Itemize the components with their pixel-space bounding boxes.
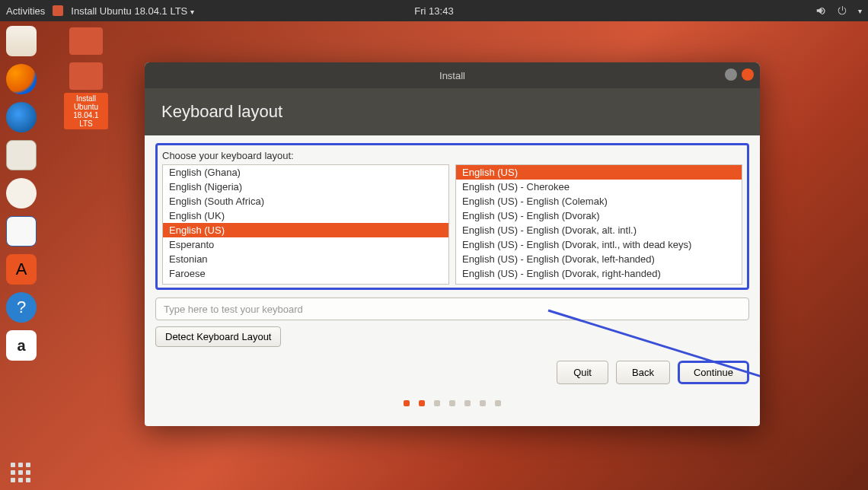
installer-disk-icon xyxy=(69,62,103,90)
power-icon[interactable] xyxy=(837,5,847,16)
system-menu-chevron-icon[interactable]: ▾ xyxy=(858,7,862,15)
installer-window: Install Keyboard layout Choose your keyb… xyxy=(145,62,760,426)
volume-icon[interactable] xyxy=(815,5,826,16)
close-icon[interactable] xyxy=(742,68,754,81)
list-item[interactable]: English (US) xyxy=(163,223,448,237)
choose-label: Choose your keyboard layout: xyxy=(162,150,742,161)
dot xyxy=(434,400,440,406)
layout-language-list[interactable]: English (Ghana)English (Nigeria)English … xyxy=(162,164,449,285)
list-item[interactable]: English (US) - English (Dvorak) xyxy=(456,208,742,223)
list-item[interactable]: Estonian xyxy=(163,252,448,266)
minimize-icon[interactable] xyxy=(725,68,737,81)
activities-button[interactable]: Activities xyxy=(6,5,45,17)
list-item[interactable]: English (US) - English (Dvorak, intl., w… xyxy=(456,237,742,252)
layout-variant-list[interactable]: English (US)English (US) - CherokeeEngli… xyxy=(455,164,742,285)
dock-software-icon[interactable]: A xyxy=(6,254,37,285)
desktop-icon-install[interactable]: Install Ubuntu 18.04.1 LTS xyxy=(64,62,108,129)
dot xyxy=(495,400,501,406)
test-keyboard-input[interactable] xyxy=(155,298,749,320)
list-item[interactable]: English (Nigeria) xyxy=(163,180,448,194)
dot xyxy=(419,400,425,406)
quit-button[interactable]: Quit xyxy=(557,361,608,384)
dot xyxy=(464,400,471,406)
back-button[interactable]: Back xyxy=(616,361,670,384)
app-menu-button[interactable]: Install Ubuntu 18.04.1 LTS ▾ xyxy=(71,5,194,17)
progress-dots xyxy=(155,387,749,415)
window-titlebar[interactable]: Install xyxy=(145,62,760,88)
list-item[interactable]: English (US) - English (Dvorak, left-han… xyxy=(456,252,742,266)
dock-rhythmbox-icon[interactable] xyxy=(6,178,37,208)
dock-amazon-icon[interactable]: a xyxy=(6,330,37,361)
list-item[interactable]: Filipino xyxy=(163,281,448,285)
list-item[interactable]: English (US) xyxy=(456,165,742,180)
dock-thunderbird-icon[interactable] xyxy=(6,102,37,132)
dock-files-icon[interactable] xyxy=(6,26,37,56)
dock-writer-icon[interactable] xyxy=(6,216,37,247)
dock-help-icon[interactable]: ? xyxy=(6,292,37,323)
window-title: Install xyxy=(439,70,465,81)
list-item[interactable]: English (US) - Cherokee xyxy=(456,180,742,194)
list-item[interactable]: English (US) - English (Dvorak, alt. int… xyxy=(456,223,742,237)
list-item[interactable]: English (Ghana) xyxy=(163,165,448,180)
dot xyxy=(449,400,455,406)
desktop-icon[interactable] xyxy=(64,27,108,58)
list-item[interactable]: English (US) - English (Colemak) xyxy=(456,194,742,208)
continue-button[interactable]: Continue xyxy=(678,361,749,384)
app-icon xyxy=(53,5,63,16)
dock-nautilus-icon[interactable] xyxy=(6,140,37,170)
clock[interactable]: Fri 13:43 xyxy=(414,5,453,17)
keyboard-layout-frame: Choose your keyboard layout: English (Gh… xyxy=(155,143,749,290)
desktop-icon-label: Install Ubuntu 18.04.1 LTS xyxy=(64,93,108,129)
list-item[interactable]: Faroese xyxy=(163,266,448,281)
top-bar: Activities Install Ubuntu 18.04.1 LTS ▾ … xyxy=(0,0,868,21)
list-item[interactable]: English (US) - English (Macintosh) xyxy=(456,281,742,285)
dock-firefox-icon[interactable] xyxy=(6,64,37,94)
detect-layout-button[interactable]: Detect Keyboard Layout xyxy=(155,326,281,347)
list-item[interactable]: Esperanto xyxy=(163,237,448,252)
dock: A ? a xyxy=(0,21,43,490)
installer-disk-icon xyxy=(69,27,103,55)
dot xyxy=(480,400,486,406)
dot xyxy=(404,400,410,406)
show-apps-icon[interactable] xyxy=(11,463,30,482)
list-item[interactable]: English (UK) xyxy=(163,208,448,223)
list-item[interactable]: English (South Africa) xyxy=(163,194,448,208)
list-item[interactable]: English (US) - English (Dvorak, right-ha… xyxy=(456,266,742,281)
page-heading: Keyboard layout xyxy=(145,88,760,135)
